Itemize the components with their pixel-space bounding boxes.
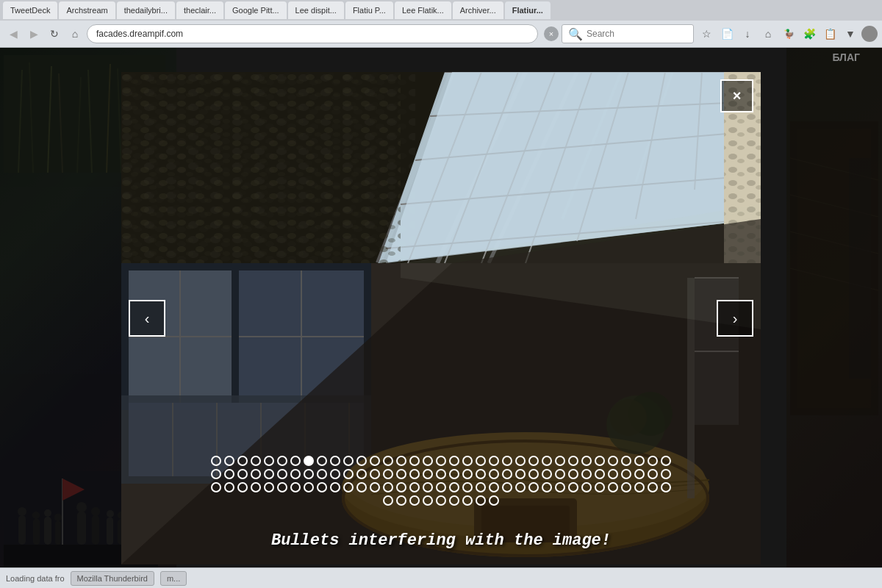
back-button[interactable]: ◀ (4, 25, 22, 43)
avatar-icon[interactable] (861, 26, 878, 42)
bullet-3-29[interactable] (581, 482, 592, 492)
bullet-4-7[interactable] (462, 495, 473, 506)
bullet-4-2[interactable] (396, 495, 406, 506)
bullet-1-9[interactable] (317, 456, 327, 466)
bullet-3-26[interactable] (542, 482, 552, 492)
bullet-4-9[interactable] (489, 495, 499, 506)
bullet-2-34[interactable] (648, 469, 658, 479)
bullet-1-12[interactable] (356, 456, 367, 466)
puzzle-icon[interactable]: 🧩 (800, 24, 819, 43)
bullet-1-28[interactable] (568, 456, 578, 466)
bullet-3-23[interactable] (502, 482, 512, 492)
close-lightbox-button[interactable]: × (720, 79, 753, 112)
bullet-2-14[interactable] (383, 469, 393, 479)
bullet-4-6[interactable] (449, 495, 459, 506)
bullet-1-23[interactable] (502, 456, 512, 466)
bullet-2-16[interactable] (409, 469, 420, 479)
bullet-2-12[interactable] (356, 469, 367, 479)
bullet-1-7[interactable] (290, 456, 301, 466)
bullet-3-14[interactable] (383, 482, 393, 492)
bullet-2-24[interactable] (515, 469, 526, 479)
bullet-3-24[interactable] (515, 482, 526, 492)
bullet-1-5[interactable] (264, 456, 274, 466)
bullet-1-24[interactable] (515, 456, 526, 466)
bullet-2-18[interactable] (436, 469, 446, 479)
taskbar-m[interactable]: m... (160, 571, 187, 586)
bullet-3-34[interactable] (648, 482, 658, 492)
bullet-3-31[interactable] (608, 482, 618, 492)
bullet-2-3[interactable] (237, 469, 248, 479)
bullet-2-5[interactable] (264, 469, 274, 479)
lightbox-next-button[interactable]: › (717, 300, 753, 337)
bullet-2-11[interactable] (343, 469, 354, 479)
bullet-1-10[interactable] (330, 456, 340, 466)
bullet-3-33[interactable] (634, 482, 645, 492)
bullet-1-21[interactable] (476, 456, 486, 466)
bullet-3-20[interactable] (462, 482, 473, 492)
bullet-2-15[interactable] (396, 469, 406, 479)
bullet-3-22[interactable] (489, 482, 499, 492)
bullet-1-13[interactable] (370, 456, 380, 466)
bullet-1-27[interactable] (555, 456, 565, 466)
bullet-1-34[interactable] (648, 456, 658, 466)
bullet-1-32[interactable] (621, 456, 631, 466)
bullet-4-8[interactable] (476, 495, 486, 506)
bullet-3-35[interactable] (661, 482, 671, 492)
bullet-3-3[interactable] (237, 482, 248, 492)
bullet-2-32[interactable] (621, 469, 631, 479)
bullet-2-2[interactable] (224, 469, 234, 479)
bullet-2-17[interactable] (423, 469, 433, 479)
bullet-3-27[interactable] (555, 482, 565, 492)
tab-thedailybri[interactable]: thedailybri... (117, 1, 175, 19)
taskbar-thunderbird[interactable]: Mozilla Thunderbird (71, 571, 154, 586)
clipboard-icon[interactable]: 📋 (820, 24, 839, 43)
bullet-3-28[interactable] (568, 482, 578, 492)
bullet-3-9[interactable] (317, 482, 327, 492)
bullet-2-7[interactable] (290, 469, 301, 479)
bullet-2-19[interactable] (449, 469, 459, 479)
bullet-2-23[interactable] (502, 469, 512, 479)
bullet-2-9[interactable] (317, 469, 327, 479)
bullet-4-5[interactable] (436, 495, 446, 506)
tab-leeflatik[interactable]: Lee Flatik... (395, 1, 451, 19)
bullet-3-2[interactable] (224, 482, 234, 492)
bullet-3-12[interactable] (356, 482, 367, 492)
bullet-2-10[interactable] (330, 469, 340, 479)
bullet-2-27[interactable] (555, 469, 565, 479)
bookmark-star-icon[interactable]: ☆ (697, 24, 716, 43)
bullet-3-25[interactable] (528, 482, 539, 492)
lightbox-prev-button[interactable]: ‹ (129, 300, 165, 337)
bullet-1-15[interactable] (396, 456, 406, 466)
bullet-1-26[interactable] (542, 456, 552, 466)
bullet-2-29[interactable] (581, 469, 592, 479)
bullet-2-30[interactable] (595, 469, 605, 479)
bullet-3-16[interactable] (409, 482, 420, 492)
bullet-1-1[interactable] (211, 456, 221, 466)
bullet-3-30[interactable] (595, 482, 605, 492)
bullet-2-6[interactable] (277, 469, 287, 479)
bullet-1-8-active[interactable] (304, 456, 314, 466)
bullet-1-20[interactable] (462, 456, 473, 466)
bullet-3-13[interactable] (370, 482, 380, 492)
bullet-2-33[interactable] (634, 469, 645, 479)
bullet-2-26[interactable] (542, 469, 552, 479)
bullet-3-8[interactable] (304, 482, 314, 492)
bullet-1-22[interactable] (489, 456, 499, 466)
search-input[interactable] (587, 29, 687, 39)
bullet-1-2[interactable] (224, 456, 234, 466)
bullet-1-31[interactable] (608, 456, 618, 466)
bullet-2-1[interactable] (211, 469, 221, 479)
bullet-4-3[interactable] (409, 495, 420, 506)
bullet-1-3[interactable] (237, 456, 248, 466)
bullet-3-18[interactable] (436, 482, 446, 492)
bullet-3-1[interactable] (211, 482, 221, 492)
bullet-2-35[interactable] (661, 469, 671, 479)
bullet-3-6[interactable] (277, 482, 287, 492)
tab-flatiurityp[interactable]: Flatiu P... (345, 1, 393, 19)
bullet-3-15[interactable] (396, 482, 406, 492)
tab-archiver[interactable]: Archiver... (453, 1, 503, 19)
bullet-2-21[interactable] (476, 469, 486, 479)
address-input[interactable] (87, 24, 538, 43)
duckduckgo-icon[interactable]: 🦆 (779, 24, 798, 43)
reload-button[interactable]: ↻ (46, 25, 63, 43)
